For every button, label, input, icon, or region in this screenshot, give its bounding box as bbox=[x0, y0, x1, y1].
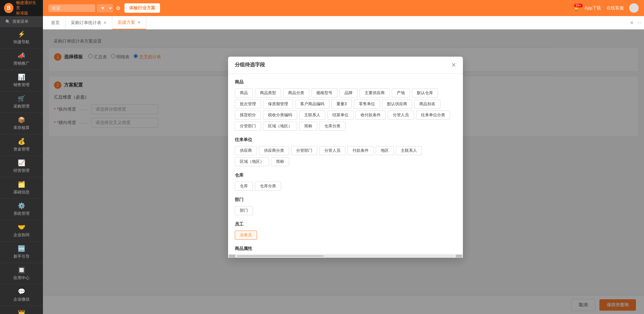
sidebar-item-member[interactable]: 👑 畅会员 bbox=[0, 306, 43, 314]
tab-new-plan-label: 新建方案 bbox=[118, 19, 135, 25]
sidebar-item-system[interactable]: ⚙️ 系统管理 bbox=[0, 199, 43, 220]
sidebar-logo: B 畅捷通好生意 标准版 bbox=[0, 0, 43, 16]
field-tag-goods-type[interactable]: 商品类型 bbox=[255, 88, 281, 98]
sidebar-item-label: 快捷导航 bbox=[13, 39, 30, 45]
field-tag-settle-unit[interactable]: 结算单位 bbox=[327, 111, 354, 120]
field-tag-supplier[interactable]: 供应商 bbox=[235, 146, 257, 155]
topbar-gear-icon[interactable]: ⚙ bbox=[116, 5, 120, 11]
field-tag-cp-zone[interactable]: 区域（地区） bbox=[235, 157, 269, 166]
sidebar-item-label: 应用中心 bbox=[13, 275, 30, 281]
tabbar-expand-icon[interactable]: ⋯ bbox=[637, 20, 641, 25]
notification-count: 99+ bbox=[574, 4, 583, 7]
modal-close-button[interactable]: ✕ bbox=[451, 61, 456, 69]
modal-header: 分组待选字段 ✕ bbox=[228, 57, 463, 74]
section-department: 部门部门 bbox=[235, 197, 456, 215]
modal-body: 商品商品商品类型商品分类规格型号品牌主要供应商产地默认仓库批次管理保质期管理客户… bbox=[228, 74, 463, 254]
field-tag-region[interactable]: 区域（地区） bbox=[263, 122, 297, 131]
app-download-link[interactable]: App下载 bbox=[585, 5, 601, 11]
sidebar-item-guide[interactable]: 🆕 新手引导 bbox=[0, 242, 43, 263]
field-tag-wh-cat[interactable]: 仓库分类 bbox=[255, 182, 281, 191]
field-tag-cp-contact[interactable]: 主联系人 bbox=[396, 146, 422, 155]
modal-hscroll[interactable] bbox=[228, 254, 463, 258]
field-tag-payment-cond[interactable]: 付款条件 bbox=[347, 146, 374, 155]
field-tag-payment-terms[interactable]: 收付款条件 bbox=[356, 111, 386, 120]
field-tag-warehouse-cat[interactable]: 仓库分类 bbox=[319, 122, 345, 131]
field-tag-manager[interactable]: 分管人员 bbox=[388, 111, 414, 120]
sidebar-item-cooperation[interactable]: 🤝 企业协同 bbox=[0, 220, 43, 242]
field-tag-goods-name[interactable]: 商品 bbox=[235, 88, 253, 98]
topbar-trial-button[interactable]: 体验行业方案 bbox=[124, 3, 160, 13]
tab-purchase-stats[interactable]: 采购订单统计表 ✕ bbox=[65, 16, 112, 29]
field-tag-wh-name[interactable]: 仓库 bbox=[235, 182, 253, 191]
tab-home-label: 首页 bbox=[51, 20, 60, 26]
field-tag-short-name[interactable]: 简称 bbox=[299, 122, 317, 131]
sidebar-item-inventory[interactable]: 📦 库存核算 bbox=[0, 113, 43, 134]
tab-home[interactable]: 首页 bbox=[46, 16, 65, 29]
sidebar-item-sales[interactable]: 📊 销售管理 bbox=[0, 70, 43, 91]
sidebar-item-operations[interactable]: 📈 经营管理 bbox=[0, 156, 43, 177]
section-title-goods: 商品 bbox=[235, 79, 456, 85]
sidebar-item-label: 采购管理 bbox=[13, 104, 30, 109]
field-tags-employee: 业务员 bbox=[235, 231, 456, 240]
operations-icon: 📈 bbox=[18, 159, 25, 167]
tab-purchase-stats-close[interactable]: ✕ bbox=[103, 20, 107, 25]
sidebar-item-base[interactable]: 🗂️ 基础信息 bbox=[0, 177, 43, 199]
section-goods-attr: 商品属性属性颜色多规格尺码鞋码1 bbox=[235, 246, 456, 254]
field-tag-batch-mgmt[interactable]: 批次管理 bbox=[235, 100, 261, 109]
field-tag-main-contact[interactable]: 主联系人 bbox=[299, 111, 325, 120]
field-tag-spec-type[interactable]: 规格型号 bbox=[311, 88, 337, 98]
topbar-search-input[interactable] bbox=[48, 4, 95, 12]
quick-nav-icon: ⚡ bbox=[18, 30, 25, 38]
logo-text: 畅捷通好生意 标准版 bbox=[16, 0, 39, 16]
finance-icon: 💰 bbox=[18, 138, 25, 145]
field-tag-supplier-cat[interactable]: 供应商分类 bbox=[259, 146, 289, 155]
sidebar-item-label: 经营管理 bbox=[13, 168, 30, 174]
field-tag-weight3[interactable]: 重量3 bbox=[331, 100, 352, 109]
field-tag-mgmt-dept[interactable]: 分管部门 bbox=[235, 122, 261, 131]
field-tags-counterparty: 供应商供应商分类分管部门分管人员付款条件地区主联系人区域（地区）简称 bbox=[235, 146, 456, 166]
base-icon: 🗂️ bbox=[18, 181, 25, 188]
sidebar-item-purchase[interactable]: 🛒 采购管理 bbox=[0, 91, 43, 113]
field-tag-cp-region[interactable]: 地区 bbox=[376, 146, 394, 155]
field-tag-retail-unit[interactable]: 零售单位 bbox=[354, 100, 380, 109]
sidebar-search[interactable]: 🔍 搜索菜单 bbox=[0, 16, 43, 27]
tab-new-plan-close[interactable]: ✕ bbox=[137, 20, 141, 25]
sidebar-item-finance[interactable]: 💰 资金管理 bbox=[0, 134, 43, 156]
field-tag-salesman[interactable]: 业务员 bbox=[235, 231, 257, 240]
member-icon: 👑 bbox=[18, 309, 25, 314]
notification-badge[interactable]: 🔔 99+ bbox=[574, 6, 579, 11]
section-counterparty: 往来单位供应商供应商分类分管部门分管人员付款条件地区主联系人区域（地区）简称 bbox=[235, 137, 456, 166]
field-tag-shelf-life[interactable]: 保质期管理 bbox=[263, 100, 293, 109]
field-tag-goods-category[interactable]: 商品分类 bbox=[283, 88, 309, 98]
topbar-dropdown[interactable]: ▼ bbox=[97, 4, 113, 12]
field-tag-cp-dept[interactable]: 分管部门 bbox=[291, 146, 317, 155]
field-tag-dept[interactable]: 部门 bbox=[235, 206, 253, 215]
field-tag-cp-short[interactable]: 简称 bbox=[271, 157, 289, 166]
sidebar-item-quick-nav[interactable]: ⚡ 快捷导航 bbox=[0, 27, 43, 49]
sidebar-item-marketing[interactable]: 📣 营销推广 bbox=[0, 49, 43, 70]
field-tag-default-warehouse[interactable]: 默认仓库 bbox=[412, 88, 438, 98]
sidebar-item-apps[interactable]: 🔲 应用中心 bbox=[0, 263, 43, 285]
field-tag-default-supplier[interactable]: 默认供应商 bbox=[382, 100, 412, 109]
field-tag-cp-manager[interactable]: 分管人员 bbox=[319, 146, 345, 155]
field-tag-pickup-score[interactable]: 拣货积分 bbox=[235, 111, 261, 120]
sidebar-item-label: 新手引导 bbox=[13, 254, 30, 259]
field-tag-customer-code[interactable]: 客户商品编码 bbox=[295, 100, 329, 109]
tabbar-close-all[interactable]: ✕ bbox=[630, 20, 634, 25]
field-tag-from-unit-cat[interactable]: 往来单位分类 bbox=[416, 111, 450, 120]
sidebar-item-wechat[interactable]: 💬 企业微信 bbox=[0, 285, 43, 306]
tab-new-plan[interactable]: 新建方案 ✕ bbox=[112, 16, 146, 29]
guide-icon: 🆕 bbox=[18, 245, 25, 252]
sidebar-item-label: 销售管理 bbox=[13, 82, 30, 88]
logo-icon: B bbox=[4, 3, 13, 13]
field-tag-origin[interactable]: 产地 bbox=[392, 88, 410, 98]
sidebar-item-label: 库存核算 bbox=[13, 125, 30, 131]
online-service-link[interactable]: 在线客服 bbox=[606, 5, 624, 11]
section-title-counterparty: 往来单位 bbox=[235, 137, 456, 143]
field-tag-goods-alias[interactable]: 商品别名 bbox=[414, 100, 440, 109]
field-tag-brand[interactable]: 品牌 bbox=[339, 88, 358, 98]
field-tag-tax-code[interactable]: 税收分类编码 bbox=[263, 111, 297, 120]
sidebar-item-label: 营销推广 bbox=[13, 61, 30, 66]
field-tag-main-supplier[interactable]: 主要供应商 bbox=[360, 88, 390, 98]
user-avatar[interactable] bbox=[629, 3, 639, 13]
